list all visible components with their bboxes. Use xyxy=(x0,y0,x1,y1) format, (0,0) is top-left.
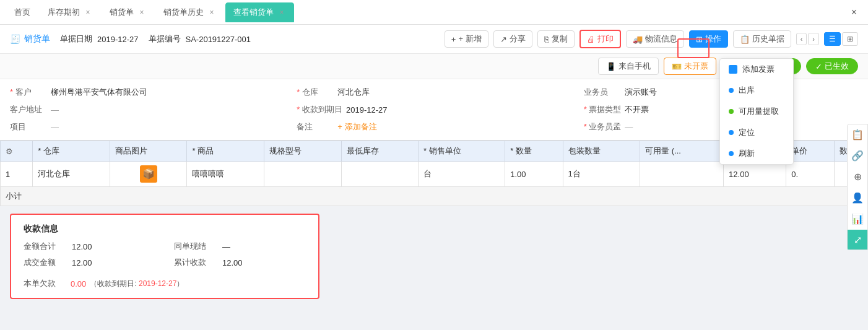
th-min-stock: 最低库存 xyxy=(341,141,419,162)
deal-amount-item: 成交金额 12.00 xyxy=(24,257,155,268)
invoice-label: 票据类型 xyxy=(584,104,622,115)
sidebar-icon-6[interactable]: ⤢ xyxy=(848,230,867,250)
add-invoice-item[interactable]: 添加发票 xyxy=(720,59,793,80)
effect-icon: ✓ xyxy=(815,62,822,71)
sidebar-icon-5[interactable]: 📊 xyxy=(848,209,867,228)
tab-view-label: 查看销货单 xyxy=(233,7,274,18)
sidebar-icon-1[interactable]: 📋 xyxy=(848,124,867,144)
copy-icon: ⎘ xyxy=(544,35,549,44)
warehouse-out-item[interactable]: 出库 xyxy=(720,80,793,101)
tab-sales-order[interactable]: 销货单 × xyxy=(102,2,154,22)
address-label: 客户地址 xyxy=(10,104,47,115)
total-amount-item: 金额合计 12.00 xyxy=(24,241,155,252)
config-icon[interactable]: ⚙ xyxy=(6,147,13,156)
due-date-value: 2019-12-27 xyxy=(139,279,176,288)
refresh-item[interactable]: 刷新 xyxy=(720,143,793,164)
add-note-button[interactable]: + 添加备注 xyxy=(337,121,376,132)
doc-no-area: 单据编号 SA-20191227-001 xyxy=(149,33,251,45)
history-label: 历史单据 xyxy=(752,33,784,45)
th-spec: 规格型号 xyxy=(264,141,341,162)
ticket-icon: 🎫 xyxy=(672,62,682,71)
operation-button[interactable]: ⊞ 操作 xyxy=(689,30,728,48)
tab-inventory-close[interactable]: × xyxy=(84,8,92,17)
payment-grid: 金额合计 12.00 同单现结 — 成交金额 12.00 累计收款 12.00 … xyxy=(24,241,306,289)
next-button[interactable]: › xyxy=(808,33,819,45)
form-title-area: 🧾 销货单 xyxy=(10,33,50,45)
table-row: 1 河北仓库 📦 嘻嘻嘻嘻 台 1.00 1台 12.00 0. xyxy=(1,162,868,187)
tab-view-sales[interactable]: 查看销货单 × xyxy=(225,2,294,22)
refresh-icon xyxy=(729,151,734,156)
add-invoice-icon xyxy=(729,65,737,74)
td-min-stock xyxy=(341,162,419,187)
close-window-button[interactable]: × xyxy=(846,4,862,20)
th-pack-qty: 包装数量 xyxy=(563,141,640,162)
customer-field: 客户 柳州粤港平安气体有限公司 xyxy=(10,87,284,98)
nav-arrows: ‹ › xyxy=(796,33,819,45)
doc-date-area: 单据日期 2019-12-27 xyxy=(60,33,139,45)
cumulative-receipt-value: 12.00 xyxy=(222,258,243,267)
warehouse-out-icon xyxy=(729,88,734,93)
locate-item[interactable]: 定位 xyxy=(720,122,793,143)
tab-history-close[interactable]: × xyxy=(207,8,216,17)
list-view-button[interactable]: ☰ xyxy=(824,32,841,46)
tab-home-label: 首页 xyxy=(14,7,30,18)
from-mobile-button[interactable]: 📱 来自手机 xyxy=(598,58,659,75)
project-label: 项目 xyxy=(10,121,47,132)
warehouse-field: 仓库 河北仓库 xyxy=(297,87,571,98)
operation-dropdown: 添加发票 出库 可用量提取 定位 刷新 xyxy=(719,58,794,165)
sidebar-icon-4[interactable]: 👤 xyxy=(848,188,867,207)
doc-no-value: SA-20191227-001 xyxy=(186,35,251,44)
sidebar-icon-3[interactable]: ⊕ xyxy=(848,167,867,186)
share-button[interactable]: ↗ 分享 xyxy=(493,30,532,48)
toolbar-right: + + 新增 ↗ 分享 ⎘ 复制 🖨 打印 🚚 物流信息 ⊞ 操作 xyxy=(445,30,858,48)
tab-inventory-label: 库存期初 xyxy=(48,7,80,18)
share-icon: ↗ xyxy=(500,35,507,44)
current-owe-label: 本单欠款 xyxy=(24,278,67,289)
date-label: 单据日期 xyxy=(60,33,92,45)
copy-button[interactable]: ⎘ 复制 xyxy=(537,30,575,48)
sidebar-icon-2[interactable]: 🔗 xyxy=(848,145,867,165)
new-icon: + xyxy=(451,35,456,44)
due-date-info: （收款到期日: 2019-12-27） xyxy=(90,279,184,289)
customer-label: 客户 xyxy=(10,87,47,98)
salesperson-value: — xyxy=(625,123,633,132)
history-icon: 📋 xyxy=(740,35,750,44)
tab-sales-close[interactable]: × xyxy=(137,8,146,17)
address-field: 客户地址 — xyxy=(10,104,284,115)
tab-view-close[interactable]: × xyxy=(277,8,286,17)
td-warehouse: 河北仓库 xyxy=(33,162,110,187)
effect-label: 已生效 xyxy=(825,61,849,72)
effect-badge[interactable]: ✓ 已生效 xyxy=(806,58,858,74)
td-qty: 1.00 xyxy=(505,162,563,187)
refresh-label: 刷新 xyxy=(739,148,755,159)
not-opened-button[interactable]: 🎫 未开票 xyxy=(664,58,716,75)
cumulative-receipt-item: 累计收款 12.00 xyxy=(174,257,306,268)
payment-date-value: 2019-12-27 xyxy=(346,105,388,115)
product-thumbnail: 📦 xyxy=(140,165,157,183)
history-button[interactable]: 📋 历史单据 xyxy=(733,30,791,48)
td-spec xyxy=(264,162,341,187)
tab-sales-label: 销货单 xyxy=(110,7,134,18)
td-unit: 台 xyxy=(419,162,505,187)
form-title-text: 销货单 xyxy=(24,33,50,45)
new-button[interactable]: + + 新增 xyxy=(445,30,488,48)
print-button[interactable]: 🖨 打印 xyxy=(579,30,621,48)
doc-no-label: 单据编号 xyxy=(149,33,181,45)
payment-title: 收款信息 xyxy=(24,224,306,235)
tab-home[interactable]: 首页 xyxy=(6,2,38,22)
add-invoice-label: 添加发票 xyxy=(742,64,775,75)
sales-order-icon: 🧾 xyxy=(10,34,20,44)
grid-view-button[interactable]: ⊞ xyxy=(842,32,858,46)
logistics-button[interactable]: 🚚 物流信息 xyxy=(626,30,684,48)
warehouse-value: 河北仓库 xyxy=(337,87,370,98)
prev-button[interactable]: ‹ xyxy=(796,33,807,45)
tab-sales-history[interactable]: 销货单历史 × xyxy=(155,2,224,22)
cumulative-receipt-label: 累计收款 xyxy=(174,257,217,268)
date-value: 2019-12-27 xyxy=(97,35,139,44)
deal-amount-label: 成交金额 xyxy=(24,257,67,268)
th-config: ⚙ xyxy=(1,141,33,162)
tab-inventory-init[interactable]: 库存期初 × xyxy=(40,2,100,22)
not-opened-label: 未开票 xyxy=(684,61,708,72)
staff-value: 演示账号 xyxy=(625,87,657,98)
available-qty-item[interactable]: 可用量提取 xyxy=(720,101,793,122)
